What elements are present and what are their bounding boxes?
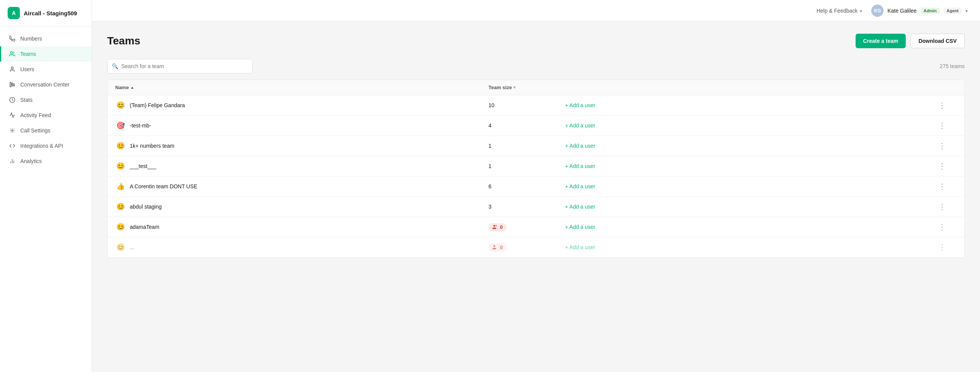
add-user-cell: + Add a user (565, 163, 938, 169)
more-cell: ⋮ (938, 121, 957, 130)
sidebar-item-teams[interactable]: Teams (0, 46, 91, 62)
add-user-cell: + Add a user (565, 143, 938, 149)
help-feedback-button[interactable]: Help & Feedback (817, 8, 862, 14)
more-options-button[interactable]: ⋮ (938, 202, 946, 211)
add-user-cell: + Add a user (565, 224, 938, 230)
team-name: abdul staging (130, 204, 162, 210)
sidebar-nav: Numbers Teams Users Conversation Center (0, 26, 91, 372)
zero-size-badge: 0 (488, 243, 506, 251)
zero-size-badge: 0 (488, 223, 506, 231)
logo-icon: A (8, 7, 20, 19)
svg-point-0 (10, 52, 12, 54)
sidebar-logo[interactable]: A Aircall - Staging509 (0, 0, 91, 26)
sidebar-item-stats[interactable]: Stats (0, 92, 91, 108)
team-size: 3 (488, 204, 565, 210)
table-row: 😊 adamaTeam 0 + Add a user ⋮ (108, 217, 964, 237)
add-user-button[interactable]: + Add a user (565, 102, 595, 108)
activity-icon (9, 112, 16, 119)
svg-rect-4 (13, 84, 15, 86)
more-options-button[interactable]: ⋮ (938, 101, 946, 110)
svg-rect-3 (12, 83, 13, 86)
add-user-button[interactable]: + Add a user (565, 224, 595, 230)
top-header: Help & Feedback KG Kate Galilee Admin Ag… (92, 0, 980, 21)
team-name-cell: 🎯 -test-mb- (115, 121, 488, 130)
team-name: 1k+ numbers team (130, 143, 174, 149)
more-options-button[interactable]: ⋮ (938, 141, 946, 150)
team-name-cell: 😊 (Team) Felipe Gandara (115, 101, 488, 109)
app-title: Aircall - Staging509 (24, 10, 77, 16)
team-size: 6 (488, 183, 565, 189)
svg-rect-2 (10, 82, 11, 87)
add-user-button[interactable]: + Add a user (565, 143, 595, 149)
svg-point-10 (493, 225, 495, 227)
team-name: adamaTeam (130, 224, 159, 230)
teams-table: Name Team size ▾ 😊 (Team) Felipe Gandara… (107, 80, 965, 258)
add-user-button[interactable]: + Add a user (565, 244, 595, 250)
sidebar-item-analytics[interactable]: Analytics (0, 153, 91, 169)
page-header: Teams Create a team Download CSV (107, 34, 965, 48)
column-more (938, 85, 957, 90)
column-name[interactable]: Name (115, 85, 488, 90)
more-options-button[interactable]: ⋮ (938, 121, 946, 130)
download-csv-button[interactable]: Download CSV (910, 34, 965, 48)
sidebar-item-label-conversation: Conversation Center (20, 82, 69, 88)
team-size: 4 (488, 122, 565, 129)
team-name-cell: 👍 A Corentin team DONT USE (115, 182, 488, 191)
search-icon: 🔍 (112, 63, 118, 69)
team-emoji: 🎯 (115, 121, 126, 130)
add-user-cell: + Add a user (565, 122, 938, 129)
more-options-button[interactable]: ⋮ (938, 222, 946, 232)
column-team-size[interactable]: Team size ▾ (488, 85, 565, 90)
add-user-button[interactable]: + Add a user (565, 183, 595, 189)
table-row: 🎯 -test-mb- 4 + Add a user ⋮ (108, 116, 964, 136)
main-area: Help & Feedback KG Kate Galilee Admin Ag… (92, 0, 980, 372)
add-user-cell: + Add a user (565, 183, 938, 189)
more-options-button[interactable]: ⋮ (938, 243, 946, 252)
add-user-button[interactable]: + Add a user (565, 204, 595, 210)
team-name-cell: 😊 ___test___ (115, 162, 488, 170)
page-content: Teams Create a team Download CSV 🔍 275 t… (92, 21, 980, 372)
team-size-zero: 0 (488, 223, 565, 231)
sidebar-item-label-analytics: Analytics (20, 158, 42, 164)
sidebar-item-numbers[interactable]: Numbers (0, 31, 91, 46)
table-row: 😊 ___test___ 1 + Add a user ⋮ (108, 156, 964, 176)
avatar: KG (871, 5, 884, 17)
sidebar-item-activity-feed[interactable]: Activity Feed (0, 108, 91, 123)
search-input[interactable] (107, 59, 253, 73)
search-input-wrap: 🔍 (107, 59, 253, 73)
team-size: 1 (488, 143, 565, 149)
team-name-cell: 😊 adamaTeam (115, 223, 488, 231)
add-user-cell: + Add a user (565, 244, 938, 250)
team-name: ... (130, 244, 134, 250)
more-options-button[interactable]: ⋮ (938, 182, 946, 191)
add-user-button[interactable]: + Add a user (565, 163, 595, 169)
sidebar-item-users[interactable]: Users (0, 62, 91, 77)
sidebar-item-integrations[interactable]: Integrations & API (0, 138, 91, 153)
team-size: 10 (488, 102, 565, 108)
call-settings-icon (9, 127, 16, 134)
more-options-button[interactable]: ⋮ (938, 162, 946, 171)
sort-icon: ▾ (513, 85, 516, 90)
team-name-cell: 😊 abdul staging (115, 202, 488, 211)
team-name: (Team) Felipe Gandara (130, 102, 185, 108)
table-row: 😊 ... 0 + Add a user ⋮ (108, 237, 964, 257)
agent-badge: Agent (944, 8, 962, 14)
page-actions: Create a team Download CSV (856, 34, 965, 48)
more-cell: ⋮ (938, 101, 957, 110)
sidebar-item-label-stats: Stats (20, 97, 33, 103)
table-row: 👍 A Corentin team DONT USE 6 + Add a use… (108, 176, 964, 197)
sidebar-item-call-settings[interactable]: Call Settings (0, 123, 91, 138)
team-emoji: 😊 (115, 223, 126, 231)
analytics-icon (9, 158, 16, 165)
add-user-button[interactable]: + Add a user (565, 122, 595, 129)
team-name: ___test___ (130, 163, 156, 169)
team-name-cell: 😊 1k+ numbers team (115, 142, 488, 150)
more-cell: ⋮ (938, 162, 957, 171)
sidebar-item-conversation-center[interactable]: Conversation Center (0, 77, 91, 92)
user-menu[interactable]: KG Kate Galilee Admin Agent (871, 5, 968, 17)
create-team-button[interactable]: Create a team (856, 34, 906, 48)
team-emoji: 😊 (115, 202, 126, 211)
table-header: Name Team size ▾ (108, 80, 964, 95)
stats-icon (9, 96, 16, 103)
add-user-cell: + Add a user (565, 204, 938, 210)
